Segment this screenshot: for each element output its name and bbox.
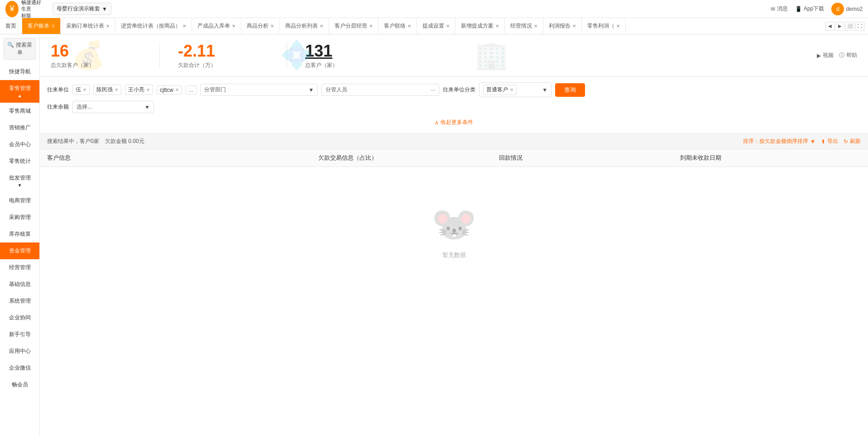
result-bar: 搜索结果中，客户0家 欠款金额 0.00元 排序：按欠款金额倒序排序 ▼ ⬆ 导… [40, 134, 868, 149]
department-selector[interactable]: 分管部门 ▼ [200, 84, 318, 96]
tab-home[interactable]: 首页 [0, 18, 22, 34]
tab-commission-settings[interactable]: 提成设置 ✕ [417, 18, 456, 34]
tab-label: 提成设置 [422, 22, 444, 30]
filter-tag-chen[interactable]: 陈民强 ✕ [93, 85, 121, 95]
sidebar-item-purchase[interactable]: 采购管理 [0, 209, 39, 226]
sidebar-item-system[interactable]: 系统管理 [0, 293, 39, 309]
tab-label: 采购订单统计表 [66, 22, 104, 30]
search-menu-button[interactable]: 🔍 搜索菜单 [4, 38, 36, 60]
sidebar-item-marketing[interactable]: 营销推广 [0, 119, 39, 136]
filter-tag-wu[interactable]: 伍 ✕ [72, 85, 90, 95]
manager-dropdown-icon: ··· [431, 87, 435, 93]
sidebar-item-finance[interactable]: 资金管理 [0, 242, 39, 259]
tab-close-icon[interactable]: ✕ [408, 24, 411, 28]
sidebar-item-beginner-guide[interactable]: 新手引导 [0, 326, 39, 343]
tab-close-icon[interactable]: ✕ [232, 24, 235, 28]
tab-profit-report[interactable]: 利润报告 ✕ [543, 18, 582, 34]
tab-product-analysis[interactable]: 商品分析 ✕ [241, 18, 280, 34]
tab-label: 商品分析 [247, 22, 269, 30]
sidebar-item-enterprise-wechat[interactable]: 企业微信 [0, 360, 39, 376]
unit-type-tag[interactable]: 普通客户 ✕ [483, 85, 517, 95]
video-icon: ▶ [817, 52, 821, 59]
tab-label: 新增提成方案 [461, 22, 494, 30]
manager-selector[interactable]: 分管人员 ··· [321, 84, 439, 96]
top-bar: ¥ 畅捷通好生意 标版 母婴行业演示账套 ▼ ✉ 消息 📱 App下载 d de… [0, 0, 868, 18]
export-button[interactable]: ⬆ 导出 [821, 138, 838, 145]
refresh-button[interactable]: ↻ 刷新 [844, 138, 861, 145]
expand-arrow-icon: ▲ [18, 93, 22, 98]
message-button[interactable]: ✉ 消息 [771, 5, 788, 13]
sidebar-item-member-center[interactable]: 会员中心 [0, 136, 39, 153]
remove-tag-icon[interactable]: ✕ [115, 87, 118, 92]
tab-product-inbound[interactable]: 产成品入库单 ✕ [192, 18, 241, 34]
tab-close-icon[interactable]: ✕ [51, 24, 55, 28]
tab-close-icon[interactable]: ✕ [572, 24, 576, 28]
sidebar-item-member[interactable]: 畅会员 [0, 376, 39, 393]
filter-area: 往来单位 伍 ✕ 陈民强 ✕ 王小亮 ✕ cjttcw ✕ ... [40, 77, 868, 134]
sidebar-item-basic-info[interactable]: 基础信息 [0, 276, 39, 293]
logo-symbol: ¥ [10, 4, 14, 14]
remove-unit-type-icon[interactable]: ✕ [510, 87, 513, 92]
sidebar-item-ecommerce[interactable]: 电商管理 [0, 192, 39, 209]
balance-input[interactable]: 选择... ▼ [72, 101, 154, 113]
sidebar-item-operations[interactable]: 经营管理 [0, 259, 39, 276]
tab-bar: 首页 客户账本 ✕ 采购订单统计表 ✕ 进货单统计表（按商品） ✕ 产成品入库单… [0, 18, 868, 34]
remove-tag-icon[interactable]: ✕ [83, 87, 86, 92]
tab-label: 客户分层经营 [335, 22, 367, 30]
tab-inbound-stats[interactable]: 进货单统计表（按商品） ✕ [115, 18, 192, 34]
tab-label: 进货单统计表（按商品） [121, 22, 181, 30]
tab-close-icon[interactable]: ✕ [534, 24, 537, 28]
user-profile[interactable]: d demo2 [831, 3, 863, 15]
help-button[interactable]: ⓘ 帮助 [839, 52, 857, 59]
tab-close-icon[interactable]: ✕ [106, 24, 110, 28]
tab-new-commission[interactable]: 新增提成方案 ✕ [456, 18, 505, 34]
tab-next-arrow[interactable]: ▶ [835, 22, 844, 31]
tab-operation[interactable]: 经营情况 ✕ [505, 18, 543, 34]
tab-close-icon[interactable]: ✕ [369, 24, 373, 28]
sidebar-item-inventory[interactable]: 库存核算 [0, 226, 39, 242]
sidebar-item-retail-stats[interactable]: 零售统计 [0, 153, 39, 170]
content-area: 💰 💠 🏢 16 总欠款客户（家） -2.11 欠款合计（万） 131 总客户（… [40, 34, 868, 437]
unit-type-selector[interactable]: 普通客户 ✕ ▼ [479, 82, 551, 97]
stats-bar: 💰 💠 🏢 16 总欠款客户（家） -2.11 欠款合计（万） 131 总客户（… [40, 34, 868, 77]
tab-customer-contact[interactable]: 客户联络 ✕ [379, 18, 417, 34]
app-download-button[interactable]: 📱 App下载 [795, 5, 824, 13]
filter-tag-cjttcw[interactable]: cjttcw ✕ [157, 86, 182, 95]
collapse-filter-button[interactable]: ∧ 收起更多条件 [433, 117, 475, 128]
tab-close-icon[interactable]: ✕ [495, 24, 499, 28]
remove-tag-icon[interactable]: ✕ [175, 87, 179, 92]
tab-close-icon[interactable]: ✕ [182, 24, 186, 28]
tab-customer-ledger[interactable]: 客户账本 ✕ [22, 18, 61, 34]
tab-close-icon[interactable]: ✕ [616, 24, 620, 28]
filter-tag-wang[interactable]: 王小亮 ✕ [125, 85, 153, 95]
balance-label: 往来余额 [47, 103, 69, 111]
logo-text: 畅捷通好生意 标版 [21, 0, 45, 19]
tab-label: 产成品入库单 [197, 22, 230, 30]
tab-retail-profit[interactable]: 零售利润（ ✕ [582, 18, 626, 34]
remove-tag-icon[interactable]: ✕ [146, 87, 150, 92]
video-help-button[interactable]: ▶ 视频 [817, 52, 834, 59]
sort-selector[interactable]: 排序：按欠款金额倒序排序 ▼ [743, 138, 815, 145]
tab-close-icon[interactable]: ✕ [270, 24, 274, 28]
sidebar-item-wholesale-mgmt[interactable]: 批发管理 ▼ [0, 170, 39, 192]
sidebar-item-quick-nav[interactable]: 快捷导航 [0, 63, 39, 80]
tab-home-label: 首页 [5, 22, 16, 30]
sidebar-item-enterprise-collab[interactable]: 企业协同 [0, 309, 39, 326]
tab-customer-layer[interactable]: 客户分层经营 ✕ [329, 18, 379, 34]
tab-product-analysis-list[interactable]: 商品分析列表 ✕ [280, 18, 329, 34]
tab-purchase-order[interactable]: 采购订单统计表 ✕ [61, 18, 115, 34]
tab-close-icon[interactable]: ✕ [320, 24, 323, 28]
tab-expand-icon[interactable]: ⬜ [845, 22, 854, 31]
sidebar-item-retail-mall[interactable]: 零售商城 [0, 103, 39, 119]
search-icon: 🔍 [7, 42, 15, 48]
tab-label: 客户联络 [384, 22, 406, 30]
query-button[interactable]: 查询 [555, 83, 585, 97]
more-tags-button[interactable]: ... [186, 86, 197, 95]
tab-fullscreen-icon[interactable]: ⛶ [855, 22, 864, 31]
sidebar-item-app-center[interactable]: 应用中心 [0, 343, 39, 360]
tab-prev-arrow[interactable]: ◀ [825, 22, 834, 31]
tab-close-icon[interactable]: ✕ [446, 24, 450, 28]
workspace-selector[interactable]: 母婴行业演示账套 ▼ [53, 3, 111, 15]
download-icon: 📱 [795, 6, 802, 12]
sidebar-item-retail-mgmt[interactable]: 零售管理 ▲ [0, 80, 39, 103]
